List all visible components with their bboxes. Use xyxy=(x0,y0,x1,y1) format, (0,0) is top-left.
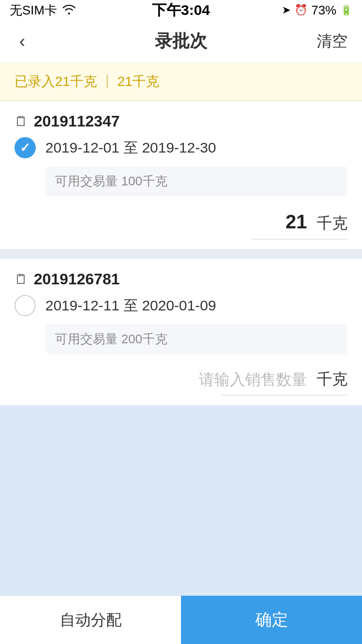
info-bar: 已录入21千克 21千克 xyxy=(0,63,362,101)
input-underline xyxy=(222,395,348,395)
batch-2-unit: 千克 xyxy=(317,369,348,390)
batch-1-checkbox[interactable] xyxy=(14,137,36,158)
batch-1-number: 2019112347 xyxy=(34,112,120,130)
batch-1-avail: 可用交易量 100千克 xyxy=(45,166,348,196)
batch-1-amount-row: 21 千克 xyxy=(14,206,348,249)
location-icon: ➤ xyxy=(282,4,291,16)
batch-2-input-row[interactable]: 千克 xyxy=(14,364,348,405)
nav-bar: ‹ 录批次 清空 xyxy=(0,20,362,63)
batch-1-unit: 千克 xyxy=(317,213,348,234)
status-bar: 无SIM卡 下午3:04 ➤ ⏰ 73% 🔋 xyxy=(0,0,362,20)
recorded-label: 已录入21千克 xyxy=(14,72,97,91)
status-right: ➤ ⏰ 73% 🔋 xyxy=(282,3,352,18)
batch-2-row[interactable]: 2019-12-11 至 2020-01-09 xyxy=(14,295,348,316)
batch-1-header: 🗒 2019112347 xyxy=(14,112,348,130)
clear-button[interactable]: 清空 xyxy=(317,31,348,52)
batch-2-checkbox[interactable] xyxy=(14,295,36,316)
auto-distribute-button[interactable]: 自动分配 xyxy=(0,596,181,644)
info-bar-divider xyxy=(107,75,108,88)
wifi-icon xyxy=(62,3,76,18)
batch-item-2: 🗒 2019126781 2019-12-11 至 2020-01-09 可用交… xyxy=(0,259,362,405)
alarm-icon: ⏰ xyxy=(294,4,307,16)
batch-2-number: 2019126781 xyxy=(34,270,120,288)
amount-underline xyxy=(251,239,348,239)
batch-1-date: 2019-12-01 至 2019-12-30 xyxy=(45,138,216,158)
sales-quantity-input[interactable] xyxy=(162,371,307,389)
status-time: 下午3:04 xyxy=(152,0,210,20)
battery-icon: 🔋 xyxy=(340,4,352,16)
bottom-bar: 自动分配 确定 xyxy=(0,596,362,644)
back-button[interactable]: ‹ xyxy=(14,27,30,56)
batch-item-1: 🗒 2019112347 2019-12-01 至 2019-12-30 可用交… xyxy=(0,101,362,249)
batch-2-icon: 🗒 xyxy=(14,271,28,287)
status-left: 无SIM卡 xyxy=(10,2,76,19)
page-title: 录批次 xyxy=(155,29,207,53)
batch-1-icon: 🗒 xyxy=(14,113,28,129)
batch-2-date: 2019-12-11 至 2020-01-09 xyxy=(45,296,216,316)
battery-label: 73% xyxy=(311,3,336,18)
batch-2-avail: 可用交易量 200千克 xyxy=(45,324,348,354)
amount-label: 21千克 xyxy=(117,72,159,91)
batch-1-amount: 21 xyxy=(286,211,307,233)
batch-2-header: 🗒 2019126781 xyxy=(14,270,348,288)
section-divider xyxy=(0,249,362,259)
confirm-button[interactable]: 确定 xyxy=(181,596,362,644)
carrier-label: 无SIM卡 xyxy=(10,2,57,19)
batch-1-row[interactable]: 2019-12-01 至 2019-12-30 xyxy=(14,137,348,158)
